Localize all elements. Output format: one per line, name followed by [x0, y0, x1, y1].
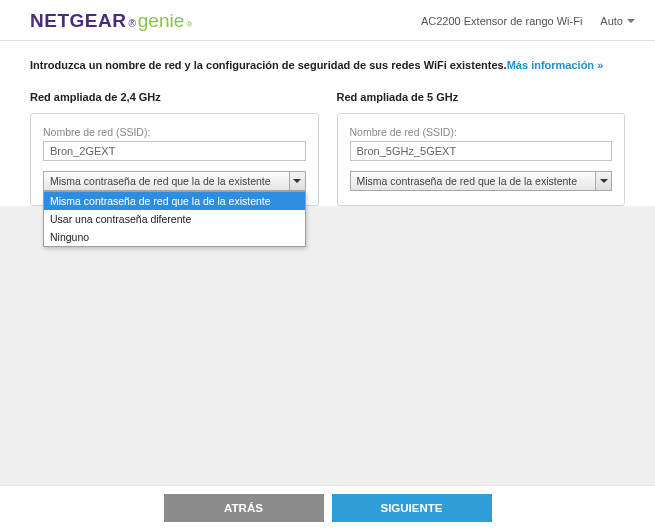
- logo: NETGEAR® genie®: [30, 10, 192, 32]
- band-24-title: Red ampliada de 2,4 GHz: [30, 91, 319, 103]
- dropdown-option-different[interactable]: Usar una contraseña diferente: [44, 210, 305, 228]
- product-title: AC2200 Extensor de rango Wi-Fi: [421, 15, 582, 27]
- band-24-card: Nombre de red (SSID): Misma contraseña d…: [30, 113, 319, 206]
- ssid-label-5: Nombre de red (SSID):: [350, 126, 613, 138]
- chevron-down-icon: [627, 19, 635, 23]
- password-dropdown-24: Misma contraseña de red que la de la exi…: [43, 191, 306, 247]
- next-button[interactable]: SIGUIENTE: [332, 494, 492, 522]
- logo-genie: genie: [138, 10, 185, 32]
- ssid-label-24: Nombre de red (SSID):: [43, 126, 306, 138]
- more-info-link[interactable]: Más información »: [507, 59, 604, 71]
- band-5-title: Red ampliada de 5 GHz: [337, 91, 626, 103]
- ssid-input-5[interactable]: [350, 141, 613, 161]
- language-label: Auto: [600, 15, 623, 27]
- header: NETGEAR® genie® AC2200 Extensor de rango…: [0, 0, 655, 41]
- reg-mark-icon: ®: [128, 18, 135, 29]
- back-button[interactable]: ATRÁS: [164, 494, 324, 522]
- band-5-card: Nombre de red (SSID): Misma contraseña d…: [337, 113, 626, 206]
- reg-mark-icon: ®: [186, 20, 192, 29]
- password-select-5[interactable]: Misma contraseña de red que la de la exi…: [350, 171, 613, 191]
- footer: ATRÁS SIGUIENTE: [0, 485, 655, 532]
- dropdown-option-same[interactable]: Misma contraseña de red que la de la exi…: [44, 192, 305, 210]
- password-select-24[interactable]: Misma contraseña de red que la de la exi…: [43, 171, 306, 191]
- intro-text: Introduzca un nombre de red y la configu…: [30, 59, 625, 71]
- dropdown-arrow-icon: [595, 172, 611, 190]
- dropdown-arrow-icon: [289, 172, 305, 190]
- logo-netgear: NETGEAR: [30, 10, 126, 32]
- ssid-input-24[interactable]: [43, 141, 306, 161]
- language-selector[interactable]: Auto: [600, 15, 635, 27]
- dropdown-option-none[interactable]: Ninguno: [44, 228, 305, 246]
